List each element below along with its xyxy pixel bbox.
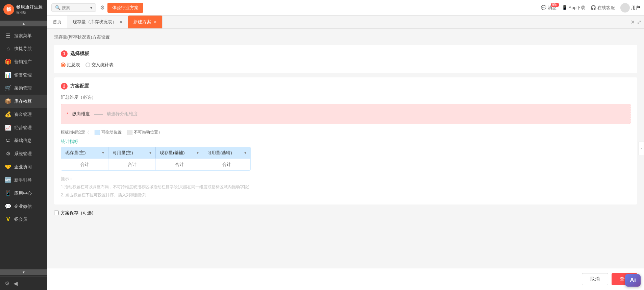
section2-num: 2 [61,83,68,90]
sidebar-item-marketing[interactable]: 🎁 营销推广 [0,55,47,68]
tab-collapse-icon[interactable]: ✕ [630,19,635,25]
section2-header: 2 方案配置 [61,83,630,90]
sidebar-item-sales-label: 销售管理 [14,72,32,78]
sidebar-scroll-up[interactable]: ▲ [0,19,47,28]
sidebar-item-system-label: 系统管理 [14,151,32,157]
online-service-button[interactable]: 🎧 在线客服 [591,5,615,11]
action-bar: 取消 查询 [47,268,644,290]
indicator-col-3[interactable]: 可用量(基辅) ▾ [203,147,250,159]
cancel-button[interactable]: 取消 [582,273,608,285]
app-download-button[interactable]: 📱 App下载 [562,5,585,11]
indicator-table-header: 现存量(主) ▾ 可用量(主) ▾ 现存量(基辅) ▾ 可用量(基辅) [61,147,250,159]
main-area: 🔍 ▾ ⚙ 体验行业方案 💬 消息 99+ 📱 App下载 🎧 在线客服 用 [47,0,644,290]
tab-bar: 首页 现存量（库存状况表） ✕ 新建方案 ✕ ✕ ⤢ [47,16,644,29]
collapse-icon[interactable]: ◀ [14,280,18,287]
indicator-table: 现存量(主) ▾ 可用量(主) ▾ 现存量(基辅) ▾ 可用量(基辅) [61,147,251,171]
tab-inventory-status-close[interactable]: ✕ [119,20,122,24]
indicator-col-1[interactable]: 可用量(主) ▾ [108,147,156,159]
sidebar-item-enterprise-label: 企业协同 [14,164,32,170]
dimension-name: 纵向维度 [72,111,90,117]
sidebar-item-wechat[interactable]: 💬 企业微信 [0,200,47,213]
message-icon: 💬 [541,5,546,10]
save-option: 方案保存（可选） [54,210,637,216]
user-menu[interactable]: 用户 [620,3,640,13]
indicator-col-0-dropdown[interactable]: ▾ [102,150,104,155]
chart-icon: 📊 [5,72,11,78]
legend-non-draggable-label: 不可拖动位置） [134,129,162,135]
section1-title: 选择模板 [70,51,89,57]
tab-inventory-status[interactable]: 现存量（库存状况表） ✕ [67,16,128,28]
save-checkbox[interactable] [54,211,59,215]
radio-summary[interactable]: 汇总表 [61,62,80,68]
logo-icon: 畅 [3,4,14,15]
sidebar-item-app-center[interactable]: 📱 应用中心 [0,187,47,200]
indicator-cell-3: 合计 [203,159,250,170]
settings-icon[interactable]: ⚙ [5,280,9,287]
section-plan-config: 2 方案配置 汇总维度（必选） * 纵向维度 —— 请选择分组维度 模板指标设定… [54,77,637,204]
radio-cross-circle [85,63,90,67]
home-icon: ⌂ [5,46,11,52]
section1-header: 1 选择模板 [61,50,630,57]
app-download-label: App下载 [569,5,585,11]
indicator-col-2[interactable]: 现存量(基辅) ▾ [156,147,203,159]
tips-section: 提示： 1.拖动标题栏可以调整布局，不可跨维度或指标区域拖动栏目字段(只能在同一… [61,175,630,199]
indicator-col-3-dropdown[interactable]: ▾ [244,150,246,155]
sidebar-item-finance[interactable]: 💰 资金管理 [0,108,47,121]
sidebar-item-search-menu[interactable]: ☰ 搜索菜单 [0,29,47,42]
app-center-icon: 📱 [5,190,11,196]
tab-home-label: 首页 [53,19,61,25]
inventory-icon: 📦 [5,98,11,104]
sidebar-item-operations[interactable]: 📈 经营管理 [0,121,47,134]
dimension-area[interactable]: * 纵向维度 —— 请选择分组维度 [61,104,630,124]
sidebar-item-purchase[interactable]: 🛒 采购管理 [0,81,47,95]
dimension-required: * [67,112,68,117]
trial-button[interactable]: 体验行业方案 [107,3,143,13]
sidebar-item-quick-nav[interactable]: ⌂ 快捷导航 [0,42,47,55]
tab-new-plan[interactable]: 新建方案 ✕ [128,16,163,28]
topbar-gear-icon[interactable]: ⚙ [100,4,105,11]
sidebar-item-basic-info[interactable]: 🗂 基础信息 [0,134,47,147]
section1-num: 1 [61,50,68,57]
operations-icon: 📈 [5,124,11,131]
topbar-right: 💬 消息 99+ 📱 App下载 🎧 在线客服 用户 [541,3,640,13]
radio-cross[interactable]: 交叉统计表 [85,62,114,68]
tab-new-plan-close[interactable]: ✕ [154,20,157,24]
scroll-down-btn[interactable]: ▼ [0,269,47,275]
tab-home[interactable]: 首页 [47,16,67,28]
right-panel-btn[interactable]: › [639,142,644,155]
scroll-up-btn[interactable]: ▲ [0,21,47,26]
search-input[interactable] [62,5,89,10]
indicator-col-1-dropdown[interactable]: ▾ [149,150,151,155]
content-area: 现存量(库存状况表)方案设置 1 选择模板 汇总表 交叉统计表 2 [47,29,644,268]
sidebar-scroll-down[interactable]: ▼ [0,268,47,276]
indicator-col-2-label: 现存量(基辅) [160,150,185,156]
search-menu-icon: ☰ [5,32,11,39]
indicator-col-0[interactable]: 现存量(主) ▾ [61,147,108,159]
search-dropdown-icon[interactable]: ▾ [90,5,92,10]
indicator-col-0-label: 现存量(主) [65,150,86,156]
sidebar-item-guide[interactable]: 🆕 新手引导 [0,173,47,187]
topbar-search-box[interactable]: 🔍 ▾ [51,3,96,12]
tab-expand-icon[interactable]: ⤢ [637,19,641,25]
radio-summary-circle [61,63,66,67]
guide-icon: 🆕 [5,177,11,183]
sidebar-item-inventory[interactable]: 📦 库存核算 [0,95,47,108]
user-avatar [620,3,630,13]
sidebar-item-guide-label: 新手引导 [14,177,32,183]
ai-badge[interactable]: Ai [625,274,641,287]
sidebar-item-operations-label: 经营管理 [14,125,32,131]
page-title: 现存量(库存状况表)方案设置 [54,34,637,40]
section2-title: 方案配置 [70,83,89,89]
sidebar-item-system[interactable]: ⚙ 系统管理 [0,147,47,160]
sidebar-footer: ⚙ ◀ [0,276,47,290]
sidebar-item-enterprise[interactable]: 🤝 企业协同 [0,160,47,173]
sidebar-item-inventory-label: 库存核算 [14,98,32,104]
message-button[interactable]: 💬 消息 99+ [541,5,556,11]
basic-info-icon: 🗂 [5,138,11,144]
sidebar-item-member[interactable]: V 畅会员 [0,213,47,226]
app-name: 畅康通好生意 标准版 [16,4,43,15]
sidebar-item-sales[interactable]: 📊 销售管理 [0,68,47,81]
indicator-col-2-dropdown[interactable]: ▾ [197,150,199,155]
indicator-cell-0: 合计 [61,159,108,170]
indicator-col-1-label: 可用量(主) [113,150,133,156]
